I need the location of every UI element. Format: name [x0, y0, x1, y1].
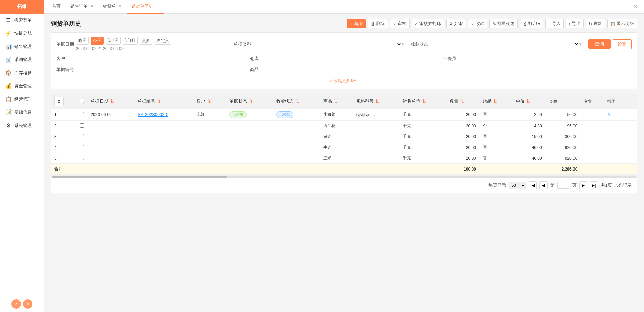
tab-home[interactable]: 首页 — [47, 0, 65, 14]
abandon-button[interactable]: ✗ 弃审 — [446, 19, 466, 28]
row-doc-status — [226, 153, 273, 164]
col-pay-status-sort[interactable]: ⇅ — [296, 99, 299, 104]
horizontal-scrollbar[interactable] — [51, 175, 637, 178]
col-unit-sort[interactable]: ⇅ — [422, 99, 426, 104]
row-doc-no — [134, 121, 193, 131]
staff-input[interactable] — [458, 55, 625, 62]
summary-end — [581, 164, 637, 175]
doc-no-input[interactable] — [76, 66, 245, 73]
new-button[interactable]: + 新增 — [347, 19, 366, 28]
setting-button[interactable]: 设置 — [613, 39, 632, 49]
col-price-sort[interactable]: ⇅ — [526, 99, 530, 104]
page-size-select[interactable]: 20 50 100 — [509, 182, 526, 189]
row-checkbox[interactable] — [76, 131, 87, 142]
quick-7days[interactable]: 近7天 — [106, 37, 121, 45]
row-checkbox[interactable] — [76, 153, 87, 164]
tab-delivery[interactable]: 销货单 ✕ — [98, 0, 127, 14]
scrollbar-thumb[interactable] — [52, 176, 227, 178]
staff-picker-btn[interactable]: ... — [627, 56, 632, 61]
filter-row-2: 客户 ... 仓库 ... 业务员 ... — [56, 55, 632, 62]
row-spec — [353, 131, 400, 142]
warehouse-input[interactable] — [261, 55, 432, 62]
doc-type-label: 单据类型 — [234, 41, 251, 47]
next-page-btn[interactable]: ▶ — [579, 181, 587, 189]
print-button[interactable]: 🖨 打印 ▾ — [520, 19, 543, 28]
sidebar-bottom-btn1[interactable]: ☀ — [11, 299, 21, 309]
tab-delivery-close[interactable]: ✕ — [119, 4, 122, 8]
toolbar: + 新增 🗑 删除 ✓ 审核 ✓ 审核并打印 ✗ 弃审 — [347, 19, 637, 28]
customer-picker-btn[interactable]: ... — [241, 56, 245, 61]
pay-status-label: 收款状态 — [411, 41, 428, 47]
sidebar-item-inventory[interactable]: 🏠 库存核算 — [0, 66, 44, 79]
quick-custom[interactable]: 自定义 — [155, 37, 171, 45]
col-doc-no-sort[interactable]: ⇅ — [157, 99, 161, 104]
row-doc-no — [134, 142, 193, 153]
sidebar-item-basic-info[interactable]: 📝 基础信息 — [0, 106, 44, 119]
product-input[interactable] — [261, 66, 432, 73]
col-qty-sort[interactable]: ⇅ — [460, 99, 464, 104]
sidebar-item-finance[interactable]: 💰 资金管理 — [0, 79, 44, 93]
batch-change-button[interactable]: ✎ 批量变更 — [489, 19, 518, 28]
page-number-input[interactable]: 1 — [557, 182, 569, 189]
quick-more[interactable]: 更多 — [140, 37, 152, 45]
warehouse-picker-btn[interactable]: ... — [434, 56, 438, 61]
tab-delivery-history-close[interactable]: ✕ — [156, 4, 159, 8]
sidebar-item-sales-mgmt[interactable]: 📊 销售管理 — [0, 40, 44, 53]
query-button[interactable]: 查询 — [588, 39, 611, 49]
row-checkbox[interactable] — [76, 121, 87, 131]
sidebar-bottom-btn2[interactable]: ⏸ — [23, 299, 32, 309]
product-picker-btn[interactable]: ... — [434, 67, 438, 72]
more-btn[interactable]: ⋮⋮ — [612, 112, 620, 117]
edit-btn[interactable]: ✎ — [607, 112, 611, 117]
col-product-sort[interactable]: ⇅ — [334, 99, 337, 104]
import-button[interactable]: ↓ 导入 — [545, 19, 564, 28]
tab-sales-order[interactable]: 销售订单 ✕ — [65, 0, 98, 14]
pay-status-select[interactable] — [432, 41, 579, 47]
row-checkbox[interactable] — [76, 109, 87, 121]
quick-1month[interactable]: 近1月 — [123, 37, 138, 45]
quick-yesterday[interactable]: 昨天 — [76, 37, 89, 45]
sidebar-bottom: ☀ ⏸ — [0, 296, 44, 312]
doc-no-link[interactable]: SA-20230602-0 — [138, 112, 168, 117]
col-spec-label: 规格型号 — [356, 99, 374, 104]
audit-print-button[interactable]: ✓ 审核并打印 — [412, 19, 444, 28]
tab-delivery-history[interactable]: 销货单历史 ✕ — [127, 0, 164, 14]
row-checkbox[interactable] — [76, 142, 87, 153]
row-action — [604, 153, 637, 164]
col-date-sort[interactable]: ⇅ — [110, 99, 114, 104]
row-trade — [581, 142, 604, 153]
sidebar-item-purchase-mgmt[interactable]: 🛒 采购管理 — [0, 53, 44, 66]
show-detail-button[interactable]: 📋 显示明细 — [607, 19, 637, 28]
scrollbar-track[interactable] — [52, 176, 636, 178]
select-all-checkbox[interactable] — [80, 99, 84, 103]
table-row: 5 玉米 千克 20.00 否 46.00 920.00 — [51, 153, 637, 164]
tab-close-all-button[interactable]: ✕ — [629, 3, 641, 10]
tab-sales-order-close[interactable]: ✕ — [90, 4, 93, 8]
export-button[interactable]: ↑ 导出 — [566, 19, 584, 28]
col-spec-sort[interactable]: ⇅ — [375, 99, 379, 104]
row-qty: 20.00 — [446, 131, 479, 142]
row-customer — [193, 153, 226, 164]
sidebar-item-ops[interactable]: 📋 经营管理 — [0, 93, 44, 106]
collapse-bar[interactable]: ∧ 收起更多条件 — [56, 77, 632, 85]
quick-today[interactable]: 今天 — [91, 37, 104, 45]
sidebar-item-quick-nav[interactable]: ⚡ 快捷导航 — [0, 27, 44, 40]
collect-button[interactable]: ✓ 收款 — [468, 19, 487, 28]
table-settings-button[interactable]: ⚙ — [54, 97, 64, 106]
col-doc-status-sort[interactable]: ⇅ — [249, 99, 253, 104]
first-page-btn[interactable]: |◀ — [529, 181, 537, 189]
doc-type-select[interactable] — [255, 41, 402, 47]
col-spec: 规格型号 ⇅ — [353, 94, 400, 109]
page-title: 销货单历史 — [51, 20, 81, 28]
sidebar-item-sys-mgmt[interactable]: ⚙ 系统管理 — [0, 119, 44, 132]
customer-input[interactable] — [67, 55, 239, 62]
prev-page-btn[interactable]: ◀ — [539, 181, 548, 189]
summary-amount: 2,286.00 — [545, 164, 581, 175]
audit-button[interactable]: ✓ 审核 — [390, 19, 410, 28]
col-gift-sort[interactable]: ⇅ — [493, 99, 497, 104]
refresh-button[interactable]: ↻ 刷新 — [586, 19, 605, 28]
sidebar-item-search-menu[interactable]: ☰ 搜索菜单 — [0, 14, 44, 27]
last-page-btn[interactable]: ▶| — [590, 181, 598, 189]
col-customer-sort[interactable]: ⇅ — [207, 99, 211, 104]
delete-button[interactable]: 🗑 删除 — [368, 19, 388, 28]
